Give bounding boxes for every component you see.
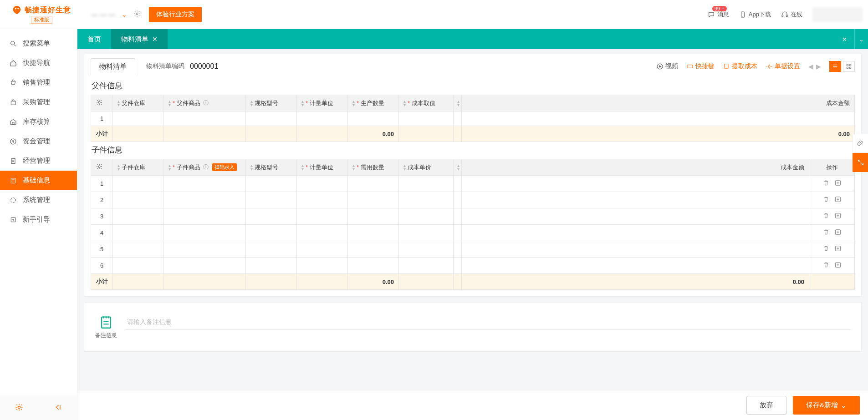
cell-warehouse[interactable]	[113, 241, 164, 258]
sidebar-item-basicdata[interactable]: 基础信息	[0, 171, 77, 190]
app-download-button[interactable]: App下载	[739, 10, 771, 19]
expand-tab[interactable]	[853, 153, 868, 172]
cell-unitcost[interactable]	[399, 241, 454, 258]
parent-col-qty[interactable]: ▴▾*生产数量	[348, 95, 399, 111]
tab-bom[interactable]: 物料清单 ✕	[111, 29, 168, 49]
cell-qty[interactable]	[348, 225, 399, 241]
info-icon[interactable]: ⓘ	[203, 163, 209, 171]
cell-blank[interactable]	[454, 225, 462, 241]
cell-warehouse[interactable]	[113, 225, 164, 241]
cell-spec[interactable]	[246, 192, 297, 208]
close-icon[interactable]: ✕	[152, 35, 158, 43]
tab-home[interactable]: 首页	[77, 29, 111, 49]
child-col-product[interactable]: ▴▾*子件商品ⓘ扫码录入	[164, 159, 246, 176]
cell-spec[interactable]	[246, 241, 297, 258]
parent-col-spec[interactable]: ▴▾规格型号	[246, 95, 297, 111]
experience-button[interactable]: 体验行业方案	[149, 7, 202, 22]
next-doc-icon[interactable]: ▶	[816, 63, 821, 70]
sidebar-item-sales[interactable]: 销售管理	[0, 73, 77, 92]
cell-costamount[interactable]	[462, 176, 809, 192]
cell-qty[interactable]	[348, 192, 399, 208]
cell-spec[interactable]	[246, 208, 297, 225]
child-row[interactable]: 1	[91, 176, 855, 192]
collapse-sidebar-icon[interactable]	[53, 403, 62, 413]
cell-warehouse[interactable]	[113, 111, 164, 126]
child-col-costamount[interactable]: 成本金额	[462, 159, 809, 176]
cell-unit[interactable]	[297, 111, 348, 126]
cell-costamount[interactable]	[462, 111, 855, 126]
cell-unit[interactable]	[297, 192, 348, 208]
user-avatar-area[interactable]	[812, 7, 863, 22]
cell-qty[interactable]	[348, 208, 399, 225]
delete-row-icon[interactable]	[822, 263, 830, 270]
cell-costamount[interactable]	[462, 241, 809, 258]
cell-product[interactable]	[164, 111, 246, 126]
delete-row-icon[interactable]	[822, 214, 830, 221]
settings-icon[interactable]	[15, 403, 24, 413]
add-row-icon[interactable]	[834, 230, 842, 237]
cell-product[interactable]	[164, 258, 246, 274]
cell-warehouse[interactable]	[113, 176, 164, 192]
org-settings-icon[interactable]	[133, 10, 141, 19]
cell-blank[interactable]	[454, 258, 462, 274]
prev-doc-icon[interactable]: ◀	[808, 63, 813, 70]
cell-unit[interactable]	[297, 241, 348, 258]
cell-costamount[interactable]	[462, 208, 809, 225]
cell-costmode[interactable]	[399, 111, 454, 126]
child-col-warehouse[interactable]: ▴▾子件仓库	[113, 159, 164, 176]
cell-product[interactable]	[164, 176, 246, 192]
discard-button[interactable]: 放弃	[746, 396, 786, 415]
child-row[interactable]: 3	[91, 208, 855, 225]
add-row-icon[interactable]	[834, 214, 842, 221]
close-all-tabs-button[interactable]: ✕	[834, 29, 854, 49]
save-and-new-button[interactable]: 保存&新增 ⌄	[793, 396, 860, 415]
online-support-button[interactable]: 在线	[781, 10, 802, 19]
doc-settings-link[interactable]: 单据设置	[766, 62, 800, 71]
cell-qty[interactable]	[348, 258, 399, 274]
delete-row-icon[interactable]	[822, 197, 830, 204]
info-icon[interactable]: ⓘ	[203, 99, 209, 107]
cell-product[interactable]	[164, 225, 246, 241]
cell-spec[interactable]	[246, 176, 297, 192]
child-col-unit[interactable]: ▴▾*计量单位	[297, 159, 348, 176]
org-selector[interactable]: — — — ⌄	[91, 10, 141, 19]
child-row[interactable]: 6	[91, 258, 855, 274]
child-row[interactable]: 4	[91, 225, 855, 241]
parent-col-sort[interactable]: ▴▾	[454, 95, 462, 111]
cell-spec[interactable]	[246, 258, 297, 274]
extract-cost-link[interactable]: 提取成本	[723, 62, 757, 71]
cell-warehouse[interactable]	[113, 208, 164, 225]
cell-warehouse[interactable]	[113, 258, 164, 274]
sidebar-item-quicknav[interactable]: 快捷导航	[0, 53, 77, 73]
cell-costamount[interactable]	[462, 258, 809, 274]
add-row-icon[interactable]	[834, 181, 842, 188]
tabs-more-button[interactable]: ⌄	[854, 29, 868, 49]
hotkey-link[interactable]: 快捷键	[686, 62, 715, 71]
parent-col-unit[interactable]: ▴▾*计量单位	[297, 95, 348, 111]
doc-type-tab[interactable]: 物料清单	[91, 58, 135, 76]
parent-col-product[interactable]: ▴▾*父件商品ⓘ	[164, 95, 246, 111]
sidebar-item-business[interactable]: 经营管理	[0, 151, 77, 171]
cell-unit[interactable]	[297, 258, 348, 274]
sidebar-item-purchase[interactable]: 采购管理	[0, 92, 77, 112]
attachment-tab[interactable]	[853, 134, 868, 153]
cell-blank[interactable]	[454, 208, 462, 225]
cell-blank[interactable]	[454, 176, 462, 192]
cell-qty[interactable]	[348, 241, 399, 258]
cell-spec[interactable]	[246, 225, 297, 241]
cell-unitcost[interactable]	[399, 192, 454, 208]
sidebar-item-search[interactable]: 搜索菜单	[0, 34, 77, 53]
cell-unitcost[interactable]	[399, 176, 454, 192]
delete-row-icon[interactable]	[822, 247, 830, 253]
cell-product[interactable]	[164, 241, 246, 258]
cell-spec[interactable]	[246, 111, 297, 126]
add-row-icon[interactable]	[834, 263, 842, 270]
child-col-spec[interactable]: ▴▾规格型号	[246, 159, 297, 176]
cell-unit[interactable]	[297, 208, 348, 225]
cell-qty[interactable]	[348, 176, 399, 192]
add-row-icon[interactable]	[834, 197, 842, 204]
parent-col-costmode[interactable]: ▴▾*成本取值	[399, 95, 454, 111]
cell-unitcost[interactable]	[399, 258, 454, 274]
sidebar-item-guide[interactable]: 新手引导	[0, 210, 77, 229]
cell-costamount[interactable]	[462, 225, 809, 241]
